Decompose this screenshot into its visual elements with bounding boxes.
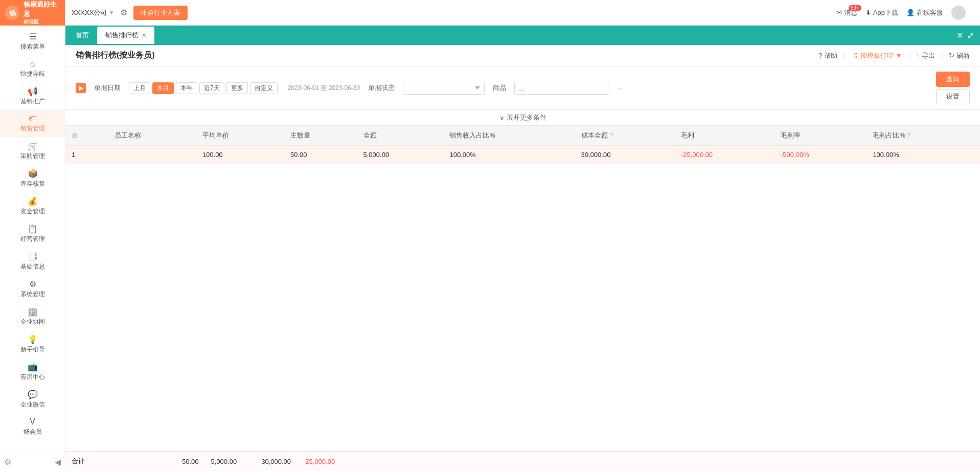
cell-sales-pct-0: 100.00% — [443, 146, 575, 164]
page-header: 销售排行榜(按业务员) ? 帮助 | 🖨 按模板打印 ▼ | ↑ 导出 | — [65, 45, 980, 66]
filter-actions: 查询 设置 — [936, 72, 970, 104]
help-label: 帮助 — [824, 51, 837, 60]
tab-home-label: 首页 — [76, 31, 89, 40]
app-name: 畅康通好生意 — [24, 0, 61, 18]
status-select[interactable] — [403, 82, 485, 95]
goods-more-icon[interactable]: ··· — [618, 84, 623, 92]
sidebar-item-enterprise[interactable]: 🏢企业协同 — [0, 303, 65, 330]
sidebar-label-system: 系统管理 — [20, 290, 45, 299]
sidebar-item-guide[interactable]: 💡新手引导 — [0, 330, 65, 358]
sidebar-item-inventory[interactable]: 📦库存核算 — [0, 165, 65, 192]
page-actions: ? 帮助 | 🖨 按模板打印 ▼ | ↑ 导出 | ↻ 刷新 — [818, 51, 970, 60]
col-name: 员工名称 — [108, 126, 196, 146]
date-range-display: 2023-06-01 至 2023-06-30 — [288, 84, 360, 93]
settings-footer-icon[interactable]: ⚙ — [4, 457, 11, 467]
cell-rank-0: 1 — [65, 146, 108, 164]
table-area: ⚙ 员工名称 平均单价 主数量 全额 销售收入占比% 成本全额 ? 毛利 毛利率… — [65, 126, 980, 451]
date-btn-this-month[interactable]: 本月 — [152, 82, 174, 94]
footer-profit: -25,000.00 — [297, 458, 341, 465]
app-download-label: App下载 — [873, 8, 898, 17]
content: 销售排行榜(按业务员) ? 帮助 | 🖨 按模板打印 ▼ | ↑ 导出 | — [65, 45, 980, 471]
date-btn-last-month[interactable]: 上月 — [129, 82, 150, 94]
sidebar-item-member[interactable]: V畅会员 — [0, 413, 65, 440]
sidebar-item-sales[interactable]: 🏷销售管理 — [0, 110, 65, 137]
online-service-button[interactable]: 👤 在线客服 — [906, 8, 943, 17]
sidebar-item-system[interactable]: ⚙系统管理 — [0, 275, 65, 303]
date-btn-7days[interactable]: 近7天 — [199, 82, 224, 94]
print-icon: 🖨 — [852, 52, 858, 59]
export-button[interactable]: ↑ 导出 — [916, 51, 935, 60]
app-download-button[interactable]: ⬇ App下载 — [865, 8, 898, 17]
tab-sales-rank-label: 销售排行榜 — [105, 31, 139, 40]
collapse-icon[interactable]: ◀ — [55, 457, 61, 467]
filter-settings-button[interactable]: 设置 — [936, 89, 970, 104]
col-amount: 全额 — [357, 126, 444, 146]
cell-quantity-0: 50.00 — [284, 146, 357, 164]
query-button[interactable]: 查询 — [936, 72, 970, 87]
date-btn-custom[interactable]: 自定义 — [250, 82, 278, 94]
avatar[interactable] — [951, 6, 966, 20]
footer-amount: 5,000.00 — [205, 458, 243, 465]
topbar-settings-icon[interactable]: ⚙ — [120, 8, 127, 17]
col-avg-price: 平均单价 — [196, 126, 284, 146]
sidebar-item-search[interactable]: ☰搜索菜单 — [0, 28, 65, 55]
profit-pct-help-icon[interactable]: ? — [907, 132, 911, 139]
cell-profit-rate-0: -500.00% — [774, 146, 867, 164]
col-cost: 成本全额 ? — [575, 126, 675, 146]
date-btn-more[interactable]: 更多 — [226, 82, 248, 94]
col-profit: 毛利 — [675, 126, 774, 146]
goods-input[interactable] — [514, 82, 609, 95]
col-settings[interactable]: ⚙ — [65, 126, 108, 146]
sidebar-item-basics[interactable]: 📑基础信息 — [0, 248, 65, 275]
date-btn-this-year[interactable]: 本年 — [176, 82, 197, 94]
sidebar-label-basics: 基础信息 — [20, 262, 45, 271]
sidebar-icon-purchase: 🛒 — [28, 141, 38, 151]
tab-sales-rank[interactable]: 销售排行榜 ✕ — [97, 27, 154, 44]
sidebar-icon-marketing: 📢 — [28, 86, 38, 96]
sidebar-item-purchase[interactable]: 🛒采购管理 — [0, 137, 65, 165]
expand-row-wrapper: ∨ 展开更多条件 — [65, 110, 980, 126]
sidebar-item-operations[interactable]: 📋经营管理 — [0, 220, 65, 248]
print-button[interactable]: 🖨 按模板打印 ▼ — [852, 51, 902, 60]
tabbar-actions: ✕ ⤢ — [956, 31, 978, 40]
date-buttons: 上月 本月 本年 近7天 更多 自定义 — [129, 82, 278, 94]
app-version: 标准版 — [24, 18, 61, 26]
company-selector[interactable]: XXXXX公司 ▼ — [72, 8, 114, 17]
sidebar-icon-sales: 🏷 — [29, 114, 37, 123]
sidebar-item-quick-nav[interactable]: ⌂快捷导航 — [0, 55, 65, 82]
sidebar-label-finance: 资金管理 — [20, 207, 45, 216]
sidebar-icon-apps: 📺 — [28, 362, 38, 372]
sidebar-icon-system: ⚙ — [29, 279, 36, 289]
sidebar-label-search: 搜索菜单 — [20, 42, 45, 51]
sidebar-nav: ☰搜索菜单⌂快捷导航📢营销推广🏷销售管理🛒采购管理📦库存核算💰资金管理📋经营管理… — [0, 26, 65, 453]
cell-profit-0: -25,000.00 — [675, 146, 774, 164]
message-icon: ✉ — [836, 9, 842, 16]
sidebar-label-enterprise: 企业协同 — [20, 318, 45, 326]
col-profit-rate: 毛利率 — [774, 126, 867, 146]
service-icon: 👤 — [906, 9, 915, 16]
message-button[interactable]: ✉ 消息 99+ — [836, 8, 857, 17]
refresh-button[interactable]: ↻ 刷新 — [949, 51, 970, 60]
svg-text:畅: 畅 — [9, 9, 16, 17]
sidebar-item-apps[interactable]: 📺应用中心 — [0, 358, 65, 386]
status-filter-label: 单据状态 — [368, 83, 395, 93]
tab-close-all-icon[interactable]: ✕ — [956, 31, 963, 40]
tab-expand-icon[interactable]: ⤢ — [967, 31, 974, 40]
cost-help-icon[interactable]: ? — [609, 132, 613, 139]
sidebar-item-finance[interactable]: 💰资金管理 — [0, 192, 65, 220]
page-title: 销售排行榜(按业务员) — [76, 50, 155, 61]
sidebar-item-marketing[interactable]: 📢营销推广 — [0, 82, 65, 110]
trial-button[interactable]: 体验行业方案 — [133, 6, 188, 20]
divider1: | — [844, 52, 845, 59]
table-footer: 合计 50.00 5,000.00 30,000.00 -25,000.00 — [65, 451, 980, 471]
divider3: | — [941, 52, 943, 59]
sidebar-item-wechat[interactable]: 💬企业微信 — [0, 386, 65, 413]
expand-conditions-button[interactable]: ∨ 展开更多条件 — [493, 111, 553, 124]
sidebar-icon-quick-nav: ⌂ — [30, 59, 35, 69]
col-profit-pct: 毛利占比% ? — [867, 126, 980, 146]
tab-home[interactable]: 首页 — [67, 27, 97, 44]
filter-toggle-icon[interactable]: ▶ — [76, 83, 86, 93]
help-button[interactable]: ? 帮助 — [818, 51, 837, 60]
tab-sales-rank-close-icon[interactable]: ✕ — [142, 32, 146, 39]
sidebar-label-member: 畅会员 — [24, 428, 42, 436]
